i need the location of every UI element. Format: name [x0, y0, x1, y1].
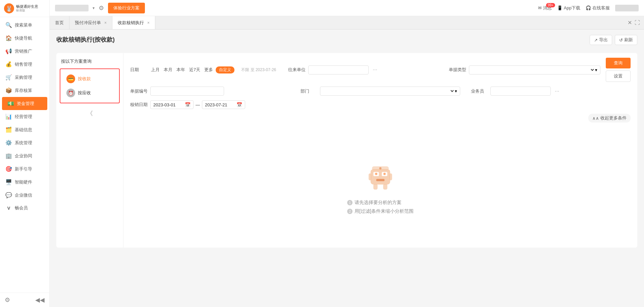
message-icon: ✉ — [538, 5, 542, 10]
sidebar-label-quick-nav: 快捷导航 — [15, 35, 32, 41]
sidebar-item-purchase[interactable]: 🛒 采购管理 — [0, 71, 49, 84]
filter-by-receivable[interactable]: ⏰ 按应收 — [63, 86, 116, 100]
topbar-brand-placeholder — [55, 5, 89, 11]
sidebar-item-hardware[interactable]: 🖥️ 智能硬件 — [0, 175, 49, 189]
sidebar-label-newbie: 新手引导 — [15, 166, 32, 172]
date-last-month[interactable]: 上月 — [150, 66, 161, 73]
filter-by-receipt-label: 按收款 — [78, 76, 91, 82]
date-this-year[interactable]: 本年 — [175, 66, 186, 73]
doc-no-input[interactable] — [150, 87, 224, 96]
verify-date-end-input[interactable] — [205, 102, 235, 107]
filter-options-box: 💳 按收款 ⏰ 按应收 — [60, 68, 120, 103]
filter-row-2: 单据编号 部门 ▾ — [130, 87, 631, 96]
sidebar-item-wechat[interactable]: 💬 企业微信 — [0, 189, 49, 202]
query-button[interactable]: 查询 — [606, 58, 631, 68]
topbar-chevron-icon[interactable]: ▾ — [93, 6, 95, 10]
sidebar-item-fund[interactable]: 💵 资金管理 — [2, 97, 47, 110]
app-download-btn[interactable]: 📱 App下载 — [557, 5, 580, 11]
sidebar-item-operations[interactable]: 📊 经营管理 — [0, 110, 49, 123]
tab-prepay[interactable]: 预付冲应付单 × — [69, 16, 112, 29]
solution-button[interactable]: 体验行业方案 — [108, 3, 145, 13]
doc-type-select-wrap: ▾ — [469, 65, 600, 74]
settings-button[interactable]: 设置 — [606, 70, 631, 82]
counterpart-input[interactable] — [308, 65, 369, 74]
counterpart-dots-btn[interactable]: ··· — [373, 67, 377, 73]
system-icon: ⚙️ — [5, 140, 12, 146]
collapse-more-button[interactable]: ∧∧ 收起更多条件 — [588, 114, 631, 122]
sidebar-item-quick-nav[interactable]: 🏠 快捷导航 — [0, 32, 49, 45]
tip-text-1: 请先选择要分析的方案 — [355, 200, 401, 206]
sidebar-item-inventory[interactable]: 📦 库存核算 — [0, 84, 49, 97]
sales-icon: 💰 — [5, 61, 12, 67]
verify-date-end-wrap: 📅 — [202, 100, 245, 109]
sidebar-label-hardware: 智能硬件 — [15, 179, 32, 185]
filter-collapse-button[interactable]: 《 — [56, 107, 123, 120]
export-button[interactable]: ↗ 导出 — [590, 35, 612, 45]
refresh-button[interactable]: ↺ 刷新 — [615, 35, 637, 45]
inventory-icon: 📦 — [5, 87, 12, 94]
sidebar-item-enterprise[interactable]: 🏢 企业协同 — [0, 149, 49, 162]
collapse-icon: 《 — [87, 109, 93, 117]
page-title: 收款核销执行(按收款) — [56, 36, 115, 44]
verify-date-field: 核销日期 📅 — 📅 — [130, 100, 631, 109]
svg-rect-6 — [373, 184, 378, 190]
filter-row-3: 核销日期 📅 — 📅 — [130, 100, 631, 109]
filter-title-label: 按以下方案查询 — [61, 58, 92, 64]
doc-type-select[interactable] — [472, 67, 595, 73]
svg-point-11 — [379, 167, 382, 169]
topbar-settings-icon[interactable]: ⚙ — [99, 4, 104, 12]
sidebar-item-vip[interactable]: V 畅会员 — [0, 202, 49, 214]
svg-rect-0 — [371, 169, 390, 185]
fund-icon: 💵 — [7, 100, 14, 107]
staff-field: 业务员 ··· — [471, 87, 631, 96]
sidebar-label-operations: 经营管理 — [15, 114, 32, 120]
sidebar-item-sales[interactable]: 💰 销售管理 — [0, 58, 49, 71]
tab-receipt-close[interactable]: × — [147, 20, 150, 25]
sidebar-settings-icon[interactable]: ⚙ — [5, 296, 10, 304]
sidebar-collapse-icon[interactable]: ◀◀ — [35, 296, 45, 304]
date-this-month[interactable]: 本月 — [162, 66, 174, 73]
verify-date-start-input[interactable] — [153, 102, 183, 107]
sidebar-item-search[interactable]: 🔍 搜索菜单 — [0, 18, 49, 32]
maximize-icon[interactable]: ⛶ — [635, 20, 640, 26]
sidebar-item-newbie[interactable]: 🎯 新手引导 — [0, 162, 49, 175]
date-field: 日期 上月 本月 本年 近7天 更多 自定义 — [130, 66, 234, 73]
empty-tip-2: 2 用[过滤]条件来缩小分析范围 — [347, 208, 414, 214]
close-window-icon[interactable]: ✕ — [628, 19, 632, 26]
messages-btn[interactable]: ✉ 消息 99+ — [538, 5, 552, 11]
tab-receipt-verify[interactable]: 收款核销执行 × — [112, 16, 155, 29]
sidebar-item-marketing[interactable]: 📢 营销推广 — [0, 45, 49, 58]
filter-by-receipt[interactable]: 💳 按收款 — [63, 72, 116, 86]
sidebar-label-sales: 销售管理 — [15, 61, 32, 67]
date-custom[interactable]: 自定义 — [216, 66, 234, 73]
sidebar-menu: 🔍 搜索菜单 🏠 快捷导航 📢 营销推广 💰 销售管理 🛒 采购管理 📦 库存核… — [0, 17, 49, 293]
online-service-btn[interactable]: 🎧 在线客服 — [586, 5, 610, 11]
tab-prepay-close[interactable]: × — [104, 20, 107, 25]
filter-row-1: 日期 上月 本月 本年 近7天 更多 自定义 — [130, 58, 631, 82]
verify-date-end-calendar-icon[interactable]: 📅 — [236, 102, 242, 107]
form-actions: 查询 设置 — [606, 58, 631, 82]
date-last-7d[interactable]: 近7天 — [188, 66, 202, 73]
app-badge: 标准版 — [16, 9, 38, 13]
staff-dots-btn[interactable]: ··· — [555, 88, 559, 94]
date-more[interactable]: 更多 — [203, 66, 214, 73]
tabbar: 首页 预付冲应付单 × 收款核销执行 × ✕ ⛶ — [50, 16, 644, 30]
sidebar-label-inventory: 库存核算 — [15, 88, 32, 94]
sidebar-item-basic-info[interactable]: 🗂️ 基础信息 — [0, 123, 49, 136]
dept-label: 部门 — [301, 88, 317, 94]
dept-chevron: ▾ — [455, 89, 457, 94]
user-avatar[interactable] — [615, 5, 639, 11]
staff-input[interactable] — [490, 87, 551, 96]
tab-right-icons: ✕ ⛶ — [624, 19, 644, 26]
app-download-label: App下载 — [564, 5, 580, 11]
verify-date-label: 核销日期 — [130, 102, 148, 108]
content-area: 收款核销执行(按收款) ↗ 导出 ↺ 刷新 按以下方 — [50, 30, 644, 307]
svg-rect-4 — [369, 173, 371, 180]
sidebar-item-system[interactable]: ⚙️ 系统管理 — [0, 136, 49, 149]
export-icon: ↗ — [594, 38, 598, 43]
dept-select[interactable] — [323, 88, 455, 94]
verify-date-start-calendar-icon[interactable]: 📅 — [185, 102, 191, 107]
sidebar-label-fund: 资金管理 — [17, 101, 34, 107]
counterpart-field: 往来单位 ··· — [288, 65, 440, 74]
tab-home[interactable]: 首页 — [50, 16, 69, 29]
